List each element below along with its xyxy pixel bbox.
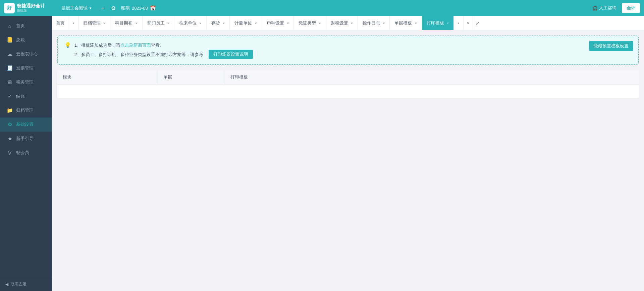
tab-nav-prev[interactable]: ‹ (69, 16, 78, 30)
table-header: 模块 单据 打印模板 (57, 70, 639, 85)
tab-home[interactable]: 首页 (52, 16, 69, 30)
tab-close-all-button[interactable]: × (463, 16, 473, 30)
main-layout: ⌂ 首页 📒 总账 ☁ 云报表中心 🧾 发票管理 🏛 税务管理 ✓ 结账 (0, 16, 644, 291)
tab-home-label: 首页 (56, 20, 65, 26)
tab-inventory[interactable]: 存货 × (207, 16, 230, 30)
tab-single-template[interactable]: 单据模板 × (390, 16, 422, 30)
sidebar-item-ledger-label: 总账 (16, 37, 25, 43)
sidebar-item-invoice[interactable]: 🧾 发票管理 (0, 61, 52, 75)
cloud-icon: ☁ (7, 51, 13, 57)
sidebar-item-ledger[interactable]: 📒 总账 (0, 33, 52, 47)
notice-text: 1、模板添加成功后，请点击刷新新页面查看。 2、多员工、多打印机、多种业务类型设… (74, 41, 632, 59)
company-dropdown-icon: ▼ (89, 6, 92, 10)
tab-unit-close[interactable]: × (255, 21, 257, 25)
col-template-header: 打印模板 (225, 70, 639, 84)
invoice-icon: 🧾 (7, 65, 13, 71)
col-module-header: 模块 (57, 70, 158, 84)
top-actions: ＋ ⚙ (99, 3, 117, 13)
sidebar-item-archive-label: 归档管理 (16, 107, 34, 113)
tab-voucher-type-label: 凭证类型 (299, 20, 316, 26)
tab-subject[interactable]: 科目期初 × (110, 16, 142, 30)
sidebar-item-checkout-label: 结账 (16, 93, 25, 99)
tab-voucher-type[interactable]: 凭证类型 × (294, 16, 326, 30)
sidebar-item-invoice-label: 发票管理 (16, 65, 34, 71)
sidebar-nav: ⌂ 首页 📒 总账 ☁ 云报表中心 🧾 发票管理 🏛 税务管理 ✓ 结账 (0, 16, 52, 277)
notice-box: 💡 1、模板添加成功后，请点击刷新新页面查看。 2、多员工、多打印机、多种业务类… (57, 36, 639, 65)
company-name: 基层工会测试 (61, 5, 88, 11)
tab-single-template-label: 单据模板 (394, 20, 412, 26)
tab-oplog-close[interactable]: × (383, 21, 385, 25)
sidebar: ⌂ 首页 📒 总账 ☁ 云报表中心 🧾 发票管理 🏛 税务管理 ✓ 结账 (0, 16, 52, 291)
star-icon: ★ (7, 136, 13, 142)
tab-print-template-close[interactable]: × (447, 21, 449, 25)
tab-currency-close[interactable]: × (287, 21, 289, 25)
tab-currency[interactable]: 币种设置 × (262, 16, 294, 30)
page-area: 隐藏预置模板设置 💡 1、模板添加成功后，请点击刷新新页面查看。 2、多员工、多… (52, 30, 644, 291)
tab-tax-close[interactable]: × (351, 21, 353, 25)
sidebar-item-guide[interactable]: ★ 新手引导 (0, 132, 52, 146)
tab-inventory-close[interactable]: × (223, 21, 225, 25)
tab-single-template-close[interactable]: × (415, 21, 417, 25)
sidebar-item-reports[interactable]: ☁ 云报表中心 (0, 47, 52, 61)
app-logo-icon: 好 (4, 3, 15, 13)
tab-oplog-label: 操作日志 (363, 20, 380, 26)
notice-line1: 1、模板添加成功后，请点击刷新新页面查看。 (74, 41, 632, 49)
notice-refresh-link[interactable]: 点击刷新新页面 (120, 43, 151, 48)
tab-unit[interactable]: 计量单位 × (230, 16, 262, 30)
add-tab-button[interactable]: ＋ (99, 3, 107, 13)
tab-archive[interactable]: 归档管理 × (78, 16, 110, 30)
top-bar: 好 畅捷通好会计 旗舰版 基层工会测试 ▼ ＋ ⚙ 账期 2023-03 📅 🎧… (0, 0, 644, 16)
settings-icon[interactable]: ⚙ (110, 4, 117, 13)
col-single-header: 单据 (158, 70, 225, 84)
tab-nav-next[interactable]: › (454, 16, 463, 30)
notice-line1-suffix: 查看。 (151, 43, 164, 48)
company-selector[interactable]: 基层工会测试 ▼ (59, 4, 95, 12)
hide-template-button[interactable]: 隐藏预置模板设置 (589, 41, 633, 51)
tab-subject-label: 科目期初 (115, 20, 132, 26)
tab-currency-label: 币种设置 (267, 20, 284, 26)
tab-dept-close[interactable]: × (167, 21, 169, 25)
sidebar-item-archive[interactable]: 📁 归档管理 (0, 103, 52, 117)
tab-voucher-type-close[interactable]: × (319, 21, 321, 25)
folder-icon: 📁 (7, 107, 13, 113)
ledger-icon: 📒 (7, 37, 13, 43)
tab-bar: 首页 ‹ 归档管理 × 科目期初 × 部门员工 × 往来单位 × 存货 × (52, 16, 644, 30)
sidebar-item-home[interactable]: ⌂ 首页 (0, 19, 52, 33)
home-icon: ⌂ (7, 23, 13, 29)
headset-icon: 🎧 (592, 6, 598, 11)
tab-dept[interactable]: 部门员工 × (143, 16, 174, 30)
scene-settings-button[interactable]: 打印场景设置说明 (209, 50, 253, 59)
tab-tax[interactable]: 财税设置 × (326, 16, 358, 30)
unpin-label: 取消固定 (10, 281, 26, 287)
notice-line2: 2、多员工、多打印机、多种业务类型设置不同打印方案等，请参考 打印场景设置说明 (74, 50, 632, 59)
calendar-icon[interactable]: 📅 (150, 5, 156, 11)
notice-line2-prefix: 2、多员工、多打印机、多种业务类型设置不同打印方案等，请参考 (74, 51, 203, 58)
sidebar-item-settings[interactable]: ⚙ 基础设置 (0, 117, 52, 132)
period-area: 账期 2023-03 📅 (121, 5, 156, 11)
sidebar-item-home-label: 首页 (16, 23, 25, 29)
support-button[interactable]: 🎧 人工咨询 (590, 4, 619, 12)
tab-print-template-label: 打印模板 (427, 20, 444, 26)
table-area: 模块 单据 打印模板 (57, 70, 639, 98)
tab-unit-label: 计量单位 (234, 20, 252, 26)
account-button[interactable]: 会计 (622, 3, 640, 13)
table-body-empty (57, 85, 639, 98)
logo-text-area: 畅捷通好会计 旗舰版 (17, 3, 45, 13)
tab-subject-close[interactable]: × (135, 21, 137, 25)
lightbulb-icon: 💡 (64, 42, 71, 48)
sidebar-item-member[interactable]: V 畅会员 (0, 146, 52, 160)
tab-partner[interactable]: 往来单位 × (174, 16, 206, 30)
tab-inventory-label: 存货 (211, 20, 220, 26)
tab-tax-label: 财税设置 (331, 20, 348, 26)
unpin-icon: ◀ (5, 282, 8, 287)
sidebar-item-tax[interactable]: 🏛 税务管理 (0, 75, 52, 89)
unpin-button[interactable]: ◀ 取消固定 (0, 277, 52, 291)
main-content: 首页 ‹ 归档管理 × 科目期初 × 部门员工 × 往来单位 × 存货 × (52, 16, 644, 291)
sidebar-item-checkout[interactable]: ✓ 结账 (0, 89, 52, 103)
tab-archive-close[interactable]: × (103, 21, 105, 25)
tab-expand-button[interactable]: ⤢ (473, 16, 482, 30)
tab-print-template[interactable]: 打印模板 × (422, 16, 454, 30)
tab-partner-label: 往来单位 (179, 20, 197, 26)
tab-partner-close[interactable]: × (199, 21, 201, 25)
tab-oplog[interactable]: 操作日志 × (358, 16, 390, 30)
